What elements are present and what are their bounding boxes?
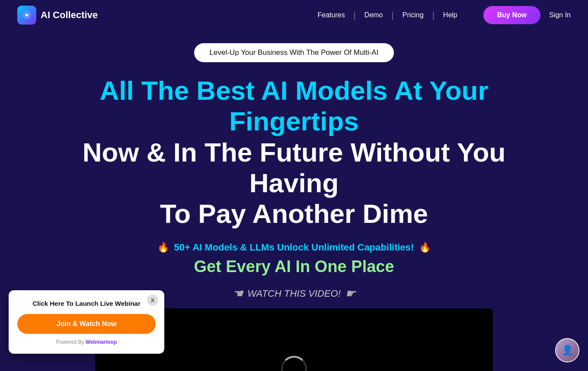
popup-title: Click Here To Launch Live Webinar: [17, 299, 156, 308]
fire-emoji-left: 🔥: [157, 242, 169, 253]
nav-demo[interactable]: Demo: [356, 11, 392, 19]
avatar-icon: 👤: [556, 339, 578, 361]
watch-label-area: ☚ WATCH THIS VIDEO! ☛: [232, 286, 356, 301]
nav-help[interactable]: Help: [435, 11, 466, 19]
hero-title-line1: All The Best AI Models At Your Fingertip…: [99, 76, 488, 136]
sign-in-button[interactable]: Sign In: [549, 11, 571, 19]
webinarloop-link[interactable]: Webinarloop: [86, 339, 117, 345]
fire-emoji-right: 🔥: [419, 242, 431, 253]
hero-title: All The Best AI Models At Your Fingertip…: [56, 75, 532, 229]
nav-pricing[interactable]: Pricing: [394, 11, 432, 19]
buy-now-button[interactable]: Buy Now: [483, 6, 540, 24]
tagline: Get Every AI In One Place: [194, 257, 394, 276]
powered-by: Powered By Webinarloop: [17, 339, 156, 345]
fire-text-block: 🔥 50+ AI Models & LLMs Unlock Unlimited …: [157, 242, 431, 253]
hero-title-line2: Now & In The Future Without You Having: [83, 137, 506, 198]
nav-links: Features | Demo | Pricing | Help: [309, 10, 466, 20]
arrow-right-icon: ☛: [345, 286, 356, 301]
navigation: AI Collective Features | Demo | Pricing …: [0, 0, 588, 30]
hero-title-line3: To Pay Another Dime: [160, 199, 428, 228]
logo-area[interactable]: AI Collective: [17, 6, 98, 25]
avatar-bubble[interactable]: 👤: [555, 338, 579, 362]
join-watch-button[interactable]: Join & Watch Now: [17, 314, 156, 334]
hero-badge: Level-Up Your Business With The Power Of…: [194, 43, 394, 62]
fire-text-content: 50+ AI Models & LLMs Unlock Unlimited Ca…: [174, 242, 414, 253]
loading-spinner: [281, 356, 307, 371]
watch-label-text: WATCH THIS VIDEO!: [247, 288, 341, 299]
logo-text: AI Collective: [41, 10, 98, 21]
nav-features[interactable]: Features: [309, 11, 353, 19]
webinar-popup: X Click Here To Launch Live Webinar Join…: [9, 290, 164, 354]
logo-icon: [17, 6, 36, 25]
arrow-left-icon: ☚: [232, 286, 243, 301]
popup-close-button[interactable]: X: [147, 295, 158, 306]
svg-point-1: [26, 14, 28, 16]
